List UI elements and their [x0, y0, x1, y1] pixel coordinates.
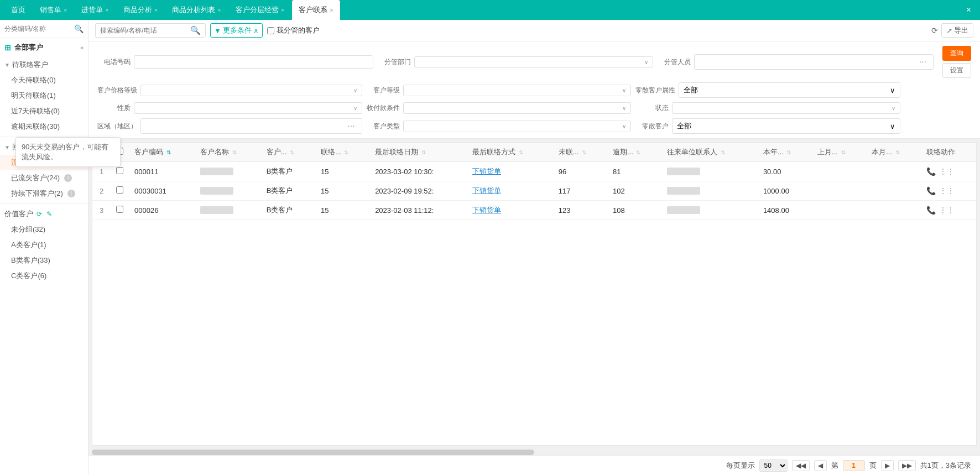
sidebar-item-overdue[interactable]: 逾期未联络(30): [0, 119, 88, 134]
th-unlinked[interactable]: 未联... ⇅: [553, 143, 607, 162]
per-page-select[interactable]: 50 20 100: [759, 460, 788, 472]
sidebar-item-ungrouped[interactable]: 未分组(32): [0, 222, 88, 237]
sort-icon-method[interactable]: ⇅: [519, 149, 523, 155]
export-button[interactable]: ↗ 导出: [941, 23, 973, 38]
th-contact-person[interactable]: 往来单位联系人 ⇅: [661, 143, 758, 162]
close-tab-icon[interactable]: ×: [281, 7, 284, 13]
sort-icon-overdue[interactable]: ⇅: [636, 149, 640, 155]
close-tab-icon[interactable]: ×: [217, 7, 221, 13]
sidebar-search-icon[interactable]: 🔍: [74, 24, 84, 33]
window-close-button[interactable]: ×: [962, 3, 976, 17]
row-checkbox-cell[interactable]: [111, 181, 129, 201]
more-action-icon[interactable]: ⋮⋮: [939, 186, 955, 195]
th-overdue[interactable]: 逾期... ⇅: [607, 143, 661, 162]
sidebar-item-tomorrow[interactable]: 明天待联络(1): [0, 88, 88, 103]
filter-region-select[interactable]: ···: [140, 118, 362, 134]
close-tab-icon[interactable]: ×: [154, 7, 158, 13]
sidebar-item-b-class[interactable]: B类客户(33): [0, 253, 88, 268]
filter-phone-input[interactable]: [134, 55, 373, 69]
collapse-icon[interactable]: «: [80, 44, 84, 51]
nav-tab-进货单[interactable]: 进货单 ×: [75, 0, 115, 20]
ellipsis-icon2[interactable]: ···: [345, 121, 357, 131]
row-checkbox[interactable]: [116, 167, 123, 174]
contact-action-icon[interactable]: 📞: [926, 206, 936, 215]
sort-icon-person[interactable]: ⇅: [721, 149, 725, 155]
sort-icon-contact[interactable]: ⇅: [344, 149, 348, 155]
sort-icon-code[interactable]: ⇅: [166, 149, 171, 155]
th-last-contact-method[interactable]: 最后联络方式 ⇅: [467, 143, 553, 162]
row-last-contact-method[interactable]: 下销货单: [467, 181, 553, 201]
th-contact[interactable]: 联络... ⇅: [315, 143, 369, 162]
close-tab-icon[interactable]: ×: [330, 7, 333, 13]
contact-method-link[interactable]: 下销货单: [472, 167, 501, 175]
row-last-contact-method[interactable]: 下销货单: [467, 201, 553, 220]
settings-button[interactable]: 设置: [942, 63, 971, 78]
contact-action-icon[interactable]: 📞: [926, 167, 936, 176]
sort-icon-last-month[interactable]: ⇅: [841, 149, 846, 155]
scrollbar-thumb[interactable]: [92, 450, 534, 455]
filter-dept-select[interactable]: ∨: [414, 56, 654, 68]
row-last-contact-method[interactable]: 下销货单: [467, 162, 553, 181]
sidebar-root-header[interactable]: ⊞ 全部客户 «: [0, 38, 88, 57]
prev-page-button[interactable]: ◀: [814, 460, 827, 471]
sort-icon-unlinked[interactable]: ⇅: [582, 149, 586, 155]
th-customer-name[interactable]: 客户名称 ⇅: [195, 143, 260, 162]
filter-payment-select[interactable]: ∨: [403, 102, 632, 114]
sort-icon-date[interactable]: ⇅: [421, 149, 426, 155]
more-action-icon[interactable]: ⋮⋮: [939, 167, 955, 176]
filter-retail-attr-select[interactable]: 全部 ∨: [679, 82, 900, 98]
sidebar-group-pending[interactable]: ▼ 待联络客户: [0, 57, 88, 72]
sidebar-item-7days[interactable]: 近7天待联络(0): [0, 103, 88, 119]
filter-manager-select[interactable]: ···: [694, 54, 934, 70]
close-tab-icon[interactable]: ×: [105, 7, 108, 13]
sidebar-item-declining[interactable]: 持续下滑客户(2) !: [0, 186, 88, 201]
row-checkbox-cell[interactable]: [111, 201, 129, 220]
sort-icon-type[interactable]: ⇅: [290, 149, 294, 155]
sidebar-group-value[interactable]: 价值客户 ⟳ ✎: [0, 206, 88, 222]
filter-nature-select[interactable]: ∨: [134, 102, 362, 114]
contact-method-link[interactable]: 下销货单: [472, 186, 501, 195]
contact-method-link[interactable]: 下销货单: [472, 206, 501, 214]
main-search-icon[interactable]: 🔍: [190, 25, 201, 35]
my-customer-checkbox-wrap[interactable]: 我分管的客户: [267, 25, 320, 35]
nav-tab-商品分析[interactable]: 商品分析 ×: [117, 0, 164, 20]
filter-customer-type-select[interactable]: ∨: [403, 121, 632, 132]
row-checkbox[interactable]: [116, 186, 123, 194]
main-search-input[interactable]: [100, 27, 188, 34]
nav-tab-客户分层经营[interactable]: 客户分层经营 ×: [229, 0, 291, 20]
ellipsis-icon[interactable]: ···: [917, 57, 929, 67]
nav-tab-销售单[interactable]: 销售单 ×: [33, 0, 74, 20]
first-page-button[interactable]: ◀◀: [792, 460, 810, 471]
sidebar-item-a-class[interactable]: A类客户(1): [0, 237, 88, 253]
filter-customer-level-select[interactable]: ∨: [403, 85, 632, 96]
sort-icon-name[interactable]: ⇅: [232, 149, 237, 155]
horizontal-scrollbar[interactable]: [92, 449, 977, 456]
sidebar-search-input[interactable]: [4, 25, 72, 33]
refresh-icon[interactable]: ⟳: [931, 26, 938, 35]
close-tab-icon[interactable]: ×: [64, 7, 67, 13]
nav-tab-客户联系[interactable]: 客户联系 ×: [292, 0, 340, 20]
nav-tab-商品分析列表[interactable]: 商品分析列表 ×: [165, 0, 227, 20]
next-page-button[interactable]: ▶: [881, 460, 894, 471]
nav-tab-首页[interactable]: 首页: [4, 0, 32, 20]
edit-icon[interactable]: ✎: [46, 210, 52, 218]
th-customer-type[interactable]: 客户... ⇅: [261, 143, 315, 162]
refresh-icon[interactable]: ⟳: [37, 210, 42, 218]
th-customer-code[interactable]: 客户编码 ⇅: [129, 143, 195, 162]
more-filter-button[interactable]: ▼ 更多条件 ∧: [210, 23, 263, 38]
sidebar-item-today[interactable]: 今天待联络(0): [0, 72, 88, 88]
sort-icon-year[interactable]: ⇅: [786, 149, 791, 155]
last-page-button[interactable]: ▶▶: [898, 460, 916, 471]
page-number-input[interactable]: [843, 460, 865, 471]
contact-action-icon[interactable]: 📞: [926, 186, 936, 195]
sort-icon-this-month[interactable]: ⇅: [895, 149, 900, 155]
my-customer-checkbox[interactable]: [267, 27, 274, 34]
sidebar-item-churned[interactable]: 已流失客户(24) !: [0, 170, 88, 186]
query-button[interactable]: 查询: [942, 46, 971, 61]
filter-status-select[interactable]: ∨: [672, 102, 900, 114]
th-last-contact-date[interactable]: 最后联络日期 ⇅: [369, 143, 467, 162]
row-checkbox[interactable]: [116, 206, 123, 213]
th-last-month[interactable]: 上月... ⇅: [812, 143, 866, 162]
more-action-icon[interactable]: ⋮⋮: [939, 206, 955, 215]
filter-retail-customer-select[interactable]: 全部 ∨: [672, 118, 900, 134]
